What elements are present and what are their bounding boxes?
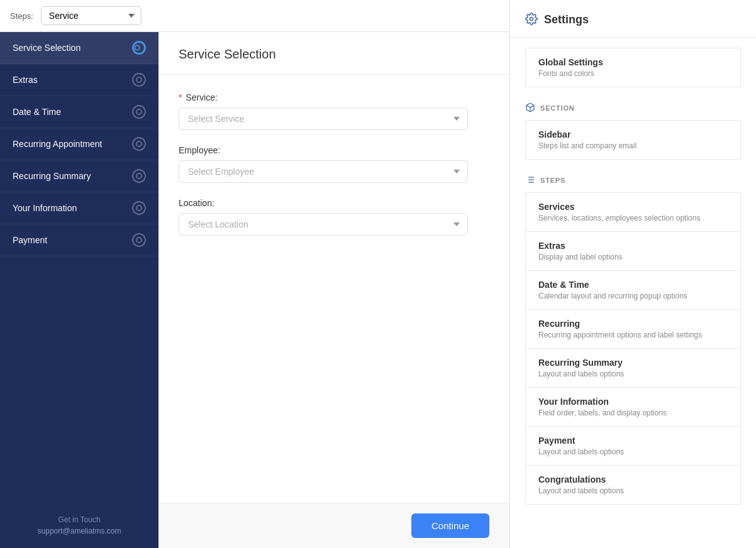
content-title: Service Selection bbox=[179, 47, 489, 62]
sidebar-item-icon bbox=[132, 105, 146, 119]
sidebar-item-label: Date & Time bbox=[13, 107, 61, 117]
form-group-employee: Employee:Select Employee bbox=[179, 145, 489, 183]
sidebar-item-icon bbox=[132, 73, 146, 87]
form-label-location: Location: bbox=[179, 198, 489, 208]
sidebar-item-label: Recurring Appointment bbox=[13, 139, 102, 149]
settings-item-step-congratulations[interactable]: CongratulationsLayout and labels options bbox=[525, 465, 741, 505]
svg-point-7 bbox=[530, 18, 533, 21]
content-footer: Continue bbox=[158, 503, 509, 548]
settings-item-desc: Display and label options bbox=[538, 253, 728, 261]
get-in-touch-label: Get in Touch bbox=[13, 515, 146, 524]
steps-icon bbox=[525, 175, 535, 186]
settings-item-title: Global Settings bbox=[538, 57, 728, 67]
settings-item-title: Sidebar bbox=[538, 129, 728, 140]
select-service[interactable]: Select Service bbox=[179, 107, 468, 130]
settings-item-title: Payment bbox=[538, 436, 728, 446]
sidebar-item-icon bbox=[132, 137, 146, 151]
settings-item-desc: Layout and labels options bbox=[538, 370, 728, 378]
settings-item-step-recurring-summary[interactable]: Recurring SummaryLayout and labels optio… bbox=[525, 348, 741, 387]
sidebar-item-icon bbox=[132, 169, 146, 183]
top-bar: Steps: Service Extras Date & Time Recurr… bbox=[0, 0, 509, 32]
continue-button[interactable]: Continue bbox=[411, 513, 489, 538]
content-area: Service Selection * Service:Select Servi… bbox=[158, 32, 509, 548]
steps-settings-section: Steps ServicesServices, locations, emplo… bbox=[510, 165, 756, 510]
settings-item-desc: Fonts and colors bbox=[538, 69, 728, 78]
right-panel: Settings Global SettingsFonts and colors… bbox=[509, 0, 756, 548]
sidebar-item-icon bbox=[132, 41, 146, 55]
settings-header: Settings bbox=[510, 0, 756, 38]
settings-item-global[interactable]: Global SettingsFonts and colors bbox=[525, 48, 741, 87]
sidebar-item-extras[interactable]: Extras bbox=[0, 64, 158, 96]
global-settings-section: Global SettingsFonts and colors bbox=[510, 38, 756, 92]
sidebar-item-your-information[interactable]: Your Information bbox=[0, 192, 158, 224]
settings-item-step-your-information[interactable]: Your InformationField order, labels, and… bbox=[525, 387, 741, 426]
sidebar: Service SelectionExtrasDate & TimeRecurr… bbox=[0, 32, 158, 548]
section-settings-section: Section SidebarSteps list and company em… bbox=[510, 92, 756, 165]
settings-title: Settings bbox=[544, 13, 589, 26]
svg-point-2 bbox=[136, 109, 142, 114]
settings-item-desc: Calendar layout and recurring popup opti… bbox=[538, 292, 728, 300]
support-email: support@ameliatms.com bbox=[13, 527, 146, 535]
svg-point-4 bbox=[136, 173, 142, 178]
select-employee[interactable]: Select Employee bbox=[179, 160, 468, 183]
sidebar-item-label: Your Information bbox=[13, 203, 77, 213]
sidebar-item-icon bbox=[132, 201, 146, 215]
settings-item-desc: Layout and labels options bbox=[538, 486, 728, 495]
settings-item-step-extras[interactable]: ExtrasDisplay and label options bbox=[525, 231, 741, 270]
sidebar-item-payment[interactable]: Payment bbox=[0, 224, 158, 256]
settings-item-title: Congratulations bbox=[538, 474, 728, 485]
content-header: Service Selection bbox=[158, 32, 509, 75]
svg-point-1 bbox=[136, 77, 142, 82]
sidebar-item-recurring-summary[interactable]: Recurring Summary bbox=[0, 160, 158, 192]
sidebar-footer: Get in Touch support@ameliatms.com bbox=[0, 503, 158, 548]
settings-item-section[interactable]: SidebarSteps list and company email bbox=[525, 120, 741, 160]
svg-point-3 bbox=[136, 141, 142, 146]
settings-gear-icon bbox=[525, 13, 538, 27]
settings-item-step-date---time[interactable]: Date & TimeCalendar layout and recurring… bbox=[525, 270, 741, 309]
steps-select[interactable]: Service Extras Date & Time Recurring Pay… bbox=[41, 6, 142, 25]
sidebar-item-label: Service Selection bbox=[13, 43, 81, 53]
svg-point-6 bbox=[136, 238, 142, 243]
steps-label: Steps: bbox=[10, 11, 33, 21]
form-group-service: * Service:Select Service bbox=[179, 92, 489, 130]
sidebar-item-service-selection[interactable]: Service Selection bbox=[0, 32, 158, 64]
select-location[interactable]: Select Location bbox=[179, 213, 468, 236]
sidebar-item-label: Payment bbox=[13, 235, 47, 245]
settings-item-desc: Field order, labels, and display options bbox=[538, 408, 728, 417]
form-label-employee: Employee: bbox=[179, 145, 489, 155]
form-group-location: Location:Select Location bbox=[179, 198, 489, 236]
section-section-title: Section bbox=[525, 102, 741, 114]
box-icon bbox=[525, 102, 535, 114]
steps-section-title: Steps bbox=[525, 175, 741, 186]
sidebar-item-recurring-appointment[interactable]: Recurring Appointment bbox=[0, 128, 158, 160]
settings-item-desc: Steps list and company email bbox=[538, 141, 728, 150]
settings-item-title: Date & Time bbox=[538, 280, 728, 290]
settings-item-title: Recurring bbox=[538, 319, 728, 329]
svg-point-0 bbox=[135, 45, 139, 50]
sidebar-item-icon bbox=[132, 233, 146, 247]
settings-item-desc: Recurring appointment options and label … bbox=[538, 331, 728, 339]
settings-item-desc: Services, locations, employees selection… bbox=[538, 214, 728, 222]
settings-item-step-recurring[interactable]: RecurringRecurring appointment options a… bbox=[525, 309, 741, 348]
settings-item-title: Extras bbox=[538, 241, 728, 251]
settings-item-step-services[interactable]: ServicesServices, locations, employees s… bbox=[525, 192, 741, 231]
sidebar-item-label: Extras bbox=[13, 75, 38, 85]
sidebar-item-date-time[interactable]: Date & Time bbox=[0, 96, 158, 128]
sidebar-item-label: Recurring Summary bbox=[13, 171, 91, 181]
settings-item-step-payment[interactable]: PaymentLayout and labels options bbox=[525, 426, 741, 465]
form-label-service: * Service: bbox=[179, 92, 489, 102]
settings-item-title: Recurring Summary bbox=[538, 358, 728, 368]
settings-item-desc: Layout and labels options bbox=[538, 447, 728, 456]
svg-point-5 bbox=[136, 206, 142, 211]
content-body: * Service:Select ServiceEmployee:Select … bbox=[158, 75, 509, 503]
settings-item-title: Your Information bbox=[538, 397, 728, 407]
settings-item-title: Services bbox=[538, 202, 728, 212]
